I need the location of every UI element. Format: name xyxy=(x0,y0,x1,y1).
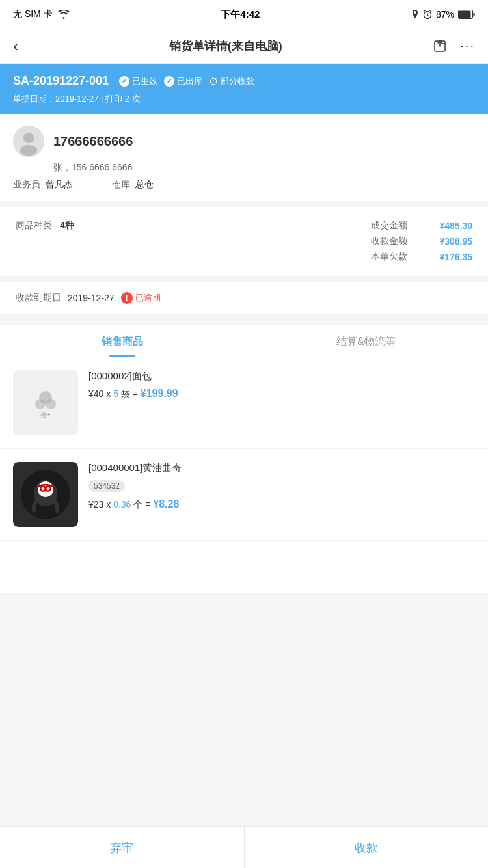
amount-value: ¥485.30 xyxy=(420,221,472,231)
due-date-value: 2019-12-27 xyxy=(68,293,115,303)
tab-sales-products[interactable]: 销售商品 xyxy=(0,325,244,357)
svg-point-5 xyxy=(23,133,34,143)
status-active-badge: 已生效 xyxy=(119,75,157,87)
warehouse-label: 仓库 xyxy=(112,179,130,191)
divider-3 xyxy=(0,319,488,325)
payment-label: 收款 xyxy=(355,840,378,856)
stats-section: 商品种类 4种 成交金额 ¥485.30 收款金额 ¥308.95 本单欠款 ¥… xyxy=(0,207,488,276)
divider-1 xyxy=(0,202,488,207)
product-name: [0000002]面包 xyxy=(88,370,475,383)
status-bar: 无 SIM 卡 下午4:42 87% xyxy=(0,0,488,29)
divider-2 xyxy=(0,277,488,282)
unit: 袋 xyxy=(121,388,130,399)
tab-settlement[interactable]: 结算&物流等 xyxy=(244,325,488,357)
quantity: 5 xyxy=(113,388,118,399)
product-price-2: ¥23 x 0.36 个 = ¥8.28 xyxy=(88,498,475,511)
nav-right-actions: ··· xyxy=(433,38,475,53)
payment-button[interactable]: 收款 xyxy=(245,827,489,868)
product-sku: 534532 xyxy=(88,480,125,492)
share-icon[interactable] xyxy=(433,39,447,53)
status-right: 87% xyxy=(411,9,475,20)
product-types: 商品种类 4种 xyxy=(16,220,74,232)
total-price-2: ¥8.28 xyxy=(153,498,179,509)
unit-price-2: ¥23 xyxy=(88,499,103,509)
due-label: 收款到期日 xyxy=(16,292,61,304)
status-left: 无 SIM 卡 xyxy=(13,8,70,20)
overdue-badge: ! 已逾期 xyxy=(121,292,161,304)
staff-warehouse-row: 业务员 曾凡杰 仓库 总仓 xyxy=(13,179,475,191)
quantity-2: 0.36 xyxy=(113,499,131,509)
customer-contact: 张，156 6666 6666 xyxy=(53,162,475,174)
svg-rect-2 xyxy=(459,11,470,18)
type-label: 商品种类 xyxy=(16,220,52,230)
bottom-spacer xyxy=(0,541,488,593)
cancel-review-button[interactable]: 弃审 xyxy=(0,827,245,868)
wifi-icon xyxy=(58,10,70,19)
svg-point-16 xyxy=(42,487,45,491)
page-title: 销货单详情(来自电脑) xyxy=(169,38,282,54)
debt-row: 本单欠款 ¥176.35 xyxy=(371,251,472,263)
order-header: SA-20191227-001 已生效 已出库 部分收款 单据日期：2019-1… xyxy=(0,64,488,114)
order-id: SA-20191227-001 xyxy=(13,74,109,88)
sim-indicator: 无 SIM 卡 xyxy=(13,8,53,20)
staff-value: 曾凡杰 xyxy=(46,179,73,191)
staff-label: 业务员 xyxy=(13,179,40,191)
warehouse-value: 总仓 xyxy=(135,179,154,191)
avatar xyxy=(13,126,44,157)
bottom-bar: 弃审 收款 xyxy=(0,826,488,868)
tabs: 销售商品 结算&物流等 xyxy=(0,325,488,357)
product-details: [0000002]面包 ¥40 x 5 袋 = ¥199.99 xyxy=(88,370,475,400)
unit-price: ¥40 xyxy=(88,388,103,399)
amount-row: 成交金额 ¥485.30 xyxy=(371,220,472,232)
payment-value: ¥308.95 xyxy=(420,236,472,247)
payment-row: 收款金额 ¥308.95 xyxy=(371,236,472,247)
product-image-2 xyxy=(13,462,78,527)
tab-settlement-label: 结算&物流等 xyxy=(336,336,396,347)
order-status-badges: 已生效 已出库 部分收款 xyxy=(119,75,254,87)
status-time: 下午4:42 xyxy=(221,8,260,21)
svg-point-17 xyxy=(47,487,50,491)
customer-section: 17666666666 张，156 6666 6666 业务员 曾凡杰 仓库 总… xyxy=(0,114,488,201)
product-name-2: [000400001]黄油曲奇 xyxy=(88,462,475,474)
product-details-2: [000400001]黄油曲奇 534532 ¥23 x 0.36 个 = ¥8… xyxy=(88,462,475,511)
type-value: 4种 xyxy=(60,220,74,230)
debt-value: ¥176.35 xyxy=(420,252,472,262)
order-date-print: 单据日期：2019-12-27 | 打印 2 次 xyxy=(13,93,475,105)
tab-sales-label: 销售商品 xyxy=(102,336,143,347)
svg-point-9 xyxy=(46,399,56,409)
product-price: ¥40 x 5 袋 = ¥199.99 xyxy=(88,388,475,400)
cancel-label: 弃审 xyxy=(110,840,133,856)
unit-2: 个 xyxy=(133,499,142,509)
nav-bar: ‹ 销货单详情(来自电脑) ··· xyxy=(0,29,488,64)
overdue-text: 已逾期 xyxy=(135,292,161,304)
product-image: 兽+ xyxy=(13,370,78,435)
products-list: 兽+ [0000002]面包 ¥40 x 5 袋 = ¥199.99 xyxy=(0,357,488,593)
more-button[interactable]: ··· xyxy=(460,38,475,53)
debt-label: 本单欠款 xyxy=(371,251,407,263)
back-button[interactable]: ‹ xyxy=(13,37,18,55)
product-item: 兽+ [0000002]面包 ¥40 x 5 袋 = ¥199.99 xyxy=(0,357,488,449)
svg-text:兽+: 兽+ xyxy=(40,411,51,418)
payment-label: 收款金额 xyxy=(371,236,407,247)
financial-stats: 成交金额 ¥485.30 收款金额 ¥308.95 本单欠款 ¥176.35 xyxy=(371,220,472,263)
alarm-icon xyxy=(423,10,432,19)
status-partial-badge: 部分收款 xyxy=(209,75,254,87)
location-icon xyxy=(411,10,419,19)
overdue-icon: ! xyxy=(121,292,133,304)
amount-label: 成交金额 xyxy=(371,220,407,232)
total-price: ¥199.99 xyxy=(141,388,178,399)
battery-icon xyxy=(458,10,475,19)
status-shipped-badge: 已出库 xyxy=(164,75,202,87)
svg-point-6 xyxy=(20,145,37,156)
product-item: [000400001]黄油曲奇 534532 ¥23 x 0.36 个 = ¥8… xyxy=(0,449,488,541)
battery-percent: 87% xyxy=(436,9,454,20)
svg-point-8 xyxy=(35,399,46,409)
customer-id: 17666666666 xyxy=(53,134,133,149)
due-date-section: 收款到期日 2019-12-27 ! 已逾期 xyxy=(0,282,488,314)
